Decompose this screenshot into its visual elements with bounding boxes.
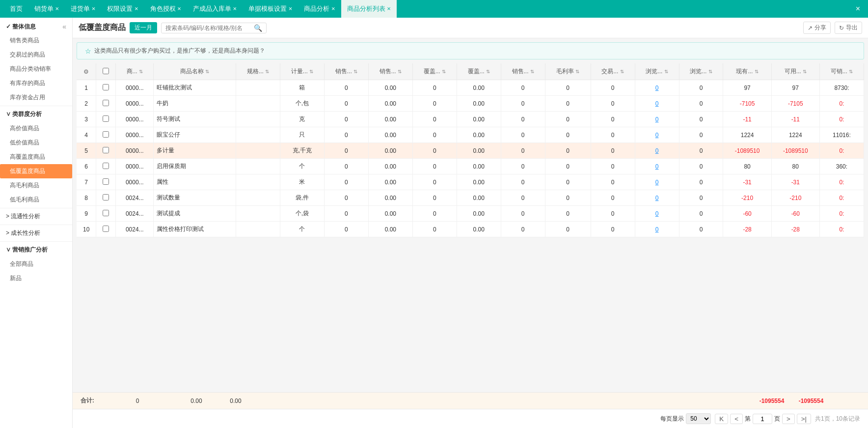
col-unit[interactable]: 计量... ⇅ bbox=[280, 63, 325, 80]
sidebar-item-high-margin[interactable]: 高毛利商品 bbox=[0, 178, 72, 193]
row-checkbox[interactable] bbox=[96, 190, 116, 206]
row-select-checkbox[interactable] bbox=[103, 210, 109, 216]
next-page-button[interactable]: > bbox=[782, 414, 795, 424]
time-filter-button[interactable]: 近一月 bbox=[130, 22, 157, 33]
row-checkbox[interactable] bbox=[96, 96, 116, 112]
row-browse1[interactable]: 0 bbox=[635, 127, 679, 143]
row-select-checkbox[interactable] bbox=[103, 100, 109, 106]
col-sales-qty[interactable]: 销售... ⇅ bbox=[324, 63, 368, 80]
row-cov2: 0.00 bbox=[457, 174, 501, 190]
col-sales3[interactable]: 销售... ⇅ bbox=[501, 63, 545, 80]
sidebar-item-stock-capital[interactable]: 库存资金占用 bbox=[0, 90, 72, 105]
sidebar-item-high-value[interactable]: 高价值商品 bbox=[0, 121, 72, 136]
row-browse1[interactable]: 0 bbox=[635, 80, 679, 96]
sidebar-collapse-button[interactable]: « bbox=[60, 22, 68, 31]
close-all-button[interactable]: × bbox=[852, 4, 864, 13]
row-browse1[interactable]: 0 bbox=[635, 143, 679, 159]
page-number-input[interactable] bbox=[753, 414, 772, 424]
row-checkbox[interactable] bbox=[96, 174, 116, 190]
share-button[interactable]: ↗ 分享 bbox=[803, 22, 831, 34]
col-gross[interactable]: 毛利率 ⇅ bbox=[545, 63, 591, 80]
sidebar-item-sales-goods[interactable]: 销售类商品 bbox=[0, 33, 72, 48]
sidebar-item-high-coverage[interactable]: 高覆盖度商品 bbox=[0, 150, 72, 164]
first-page-button[interactable]: K bbox=[715, 414, 728, 424]
row-spec bbox=[236, 127, 280, 143]
nav-purchase[interactable]: 进货单 × bbox=[65, 0, 101, 18]
table-row: 4 0000... 眼宝公仔 只 0 0.00 0 0.00 0 0 0 0 0… bbox=[77, 127, 864, 143]
row-checkbox[interactable] bbox=[96, 112, 116, 127]
sidebar-item-new-goods[interactable]: 新品 bbox=[0, 271, 72, 285]
col-checkbox[interactable] bbox=[96, 63, 116, 80]
sidebar-item-traded-goods[interactable]: 交易过的商品 bbox=[0, 48, 72, 62]
prev-page-button[interactable]: < bbox=[730, 414, 743, 424]
row-select-checkbox[interactable] bbox=[103, 84, 109, 90]
row-select-checkbox[interactable] bbox=[103, 147, 109, 153]
row-select-checkbox[interactable] bbox=[103, 163, 109, 169]
col-browse1[interactable]: 浏览... ⇅ bbox=[635, 63, 679, 80]
row-browse1[interactable]: 0 bbox=[635, 206, 679, 222]
nav-analysis-list[interactable]: 商品分析列表 × bbox=[341, 0, 397, 18]
row-select-checkbox[interactable] bbox=[103, 115, 109, 122]
row-checkbox[interactable] bbox=[96, 222, 116, 237]
col-current[interactable]: 现有... ⇅ bbox=[723, 63, 771, 80]
row-select-checkbox[interactable] bbox=[103, 131, 109, 138]
row-browse1[interactable]: 0 bbox=[635, 222, 679, 237]
row-current: 1224 bbox=[723, 127, 771, 143]
search-input[interactable] bbox=[165, 25, 254, 31]
col-sales-amt[interactable]: 销售... ⇅ bbox=[368, 63, 412, 80]
nav-home[interactable]: 首页 bbox=[4, 0, 28, 18]
sidebar-item-low-value[interactable]: 低价值商品 bbox=[0, 136, 72, 150]
row-browse1[interactable]: 0 bbox=[635, 96, 679, 112]
col-name[interactable]: 商品名称 ⇅ bbox=[154, 63, 236, 80]
nav-sales[interactable]: 销货单 × bbox=[28, 0, 65, 18]
col-settings[interactable]: ⚙ bbox=[77, 63, 96, 80]
row-checkbox[interactable] bbox=[96, 80, 116, 96]
col-code[interactable]: 商... ⇅ bbox=[116, 63, 154, 80]
row-checkbox[interactable] bbox=[96, 127, 116, 143]
row-cov2: 0.00 bbox=[457, 159, 501, 174]
last-page-button[interactable]: >| bbox=[797, 414, 811, 424]
row-saleable: 0: bbox=[819, 222, 864, 237]
row-browse1[interactable]: 0 bbox=[635, 190, 679, 206]
sidebar-group-analysis-title: ∨ 类群度分析 bbox=[0, 107, 72, 121]
sidebar-growth-title[interactable]: > 成长性分析 bbox=[0, 226, 72, 240]
sidebar-liquidity-title[interactable]: > 流通性分析 bbox=[0, 209, 72, 224]
export-button[interactable]: ↻ 导出 bbox=[835, 22, 862, 34]
row-checkbox[interactable] bbox=[96, 206, 116, 222]
sidebar-item-category-rate[interactable]: 商品分类动销率 bbox=[0, 62, 72, 76]
sidebar-item-low-margin[interactable]: 低毛利商品 bbox=[0, 193, 72, 207]
row-num: 7 bbox=[77, 174, 96, 190]
sidebar-item-all-goods[interactable]: 全部商品 bbox=[0, 257, 72, 271]
page-size-select[interactable]: 20 50 100 bbox=[686, 413, 711, 424]
col-browse2[interactable]: 浏览... ⇅ bbox=[679, 63, 723, 80]
alert-star-icon: ☆ bbox=[85, 47, 91, 55]
col-spec[interactable]: 规格... ⇅ bbox=[236, 63, 280, 80]
row-browse1[interactable]: 0 bbox=[635, 159, 679, 174]
row-browse1[interactable]: 0 bbox=[635, 174, 679, 190]
nav-products[interactable]: 产成品入库单 × bbox=[187, 0, 243, 18]
row-sales3: 0 bbox=[501, 96, 545, 112]
row-select-checkbox[interactable] bbox=[103, 226, 109, 232]
sidebar-item-stocked-goods[interactable]: 有库存的商品 bbox=[0, 76, 72, 90]
row-select-checkbox[interactable] bbox=[103, 178, 109, 185]
col-transaction[interactable]: 交易... ⇅ bbox=[591, 63, 635, 80]
nav-roles[interactable]: 角色授权 × bbox=[144, 0, 187, 18]
row-cov1: 0 bbox=[412, 96, 457, 112]
select-all-checkbox[interactable] bbox=[103, 68, 109, 74]
col-available[interactable]: 可用... ⇅ bbox=[771, 63, 819, 80]
col-saleable[interactable]: 可销... ⇅ bbox=[819, 63, 864, 80]
row-sales3: 0 bbox=[501, 174, 545, 190]
col-coverage2[interactable]: 覆盖... ⇅ bbox=[457, 63, 501, 80]
row-browse1[interactable]: 0 bbox=[635, 112, 679, 127]
row-browse2: 0 bbox=[679, 96, 723, 112]
nav-permissions[interactable]: 权限设置 × bbox=[101, 0, 144, 18]
nav-templates[interactable]: 单据模板设置 × bbox=[243, 0, 298, 18]
row-num: 5 bbox=[77, 143, 96, 159]
col-coverage1[interactable]: 覆盖... ⇅ bbox=[412, 63, 457, 80]
nav-analysis[interactable]: 商品分析 × bbox=[298, 0, 341, 18]
row-select-checkbox[interactable] bbox=[103, 194, 109, 200]
sidebar-item-low-coverage[interactable]: 低覆盖度商品 bbox=[0, 164, 72, 178]
alert-text: 这类商品只有很少客户购买过，是推广不够，还是商品本身问题？ bbox=[94, 47, 265, 55]
row-checkbox[interactable] bbox=[96, 159, 116, 174]
row-checkbox[interactable] bbox=[96, 143, 116, 159]
